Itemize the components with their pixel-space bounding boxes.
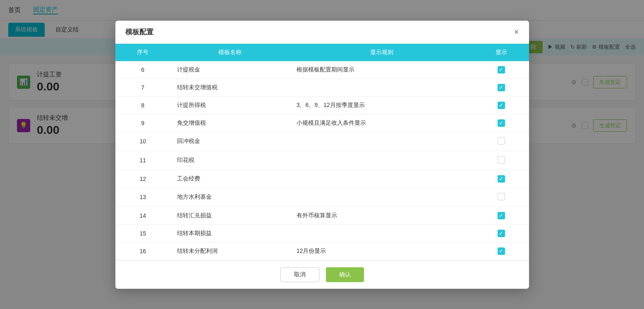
- cell-name: 免交增值税: [170, 114, 290, 132]
- modal-header: 模板配置 ×: [115, 21, 529, 44]
- cell-name: 计提税金: [170, 61, 290, 79]
- checkbox-checked[interactable]: ✓: [498, 119, 505, 127]
- cell-display[interactable]: ✓: [474, 78, 529, 96]
- cell-id: 15: [115, 224, 170, 242]
- cell-id: 11: [115, 151, 170, 170]
- cell-id: 16: [115, 242, 170, 260]
- cancel-button[interactable]: 取消: [280, 267, 319, 282]
- cell-rule: 根据模板配置期间显示: [290, 61, 474, 79]
- table-row: 8计提所得税3、6、9、12月按季度显示✓: [115, 96, 529, 114]
- cell-display[interactable]: ✓: [474, 207, 529, 224]
- checkbox-checked[interactable]: ✓: [498, 230, 505, 237]
- col-header-rule: 显示规则: [290, 44, 474, 61]
- cell-id: 12: [115, 170, 170, 188]
- cell-rule: [290, 224, 474, 242]
- cell-rule: 12月份显示: [290, 242, 474, 260]
- template-config-modal: 模板配置 × 序号 模板名称 显示规则 显示 6计提税金根据模板配置期间显示✓7…: [115, 21, 529, 289]
- cell-display[interactable]: ✓: [474, 61, 529, 79]
- col-header-id: 序号: [115, 44, 170, 61]
- checkbox-checked[interactable]: ✓: [498, 66, 505, 74]
- cell-rule: [290, 78, 474, 96]
- checkbox-checked[interactable]: ✓: [498, 102, 505, 109]
- cell-rule: [290, 188, 474, 207]
- cell-rule: 有外币核算显示: [290, 207, 474, 224]
- table-header-row: 序号 模板名称 显示规则 显示: [115, 44, 529, 61]
- table-row: 12工会经费✓: [115, 170, 529, 188]
- confirm-button[interactable]: 确认: [326, 267, 364, 282]
- cell-display[interactable]: ✓: [474, 242, 529, 260]
- cell-id: 8: [115, 96, 170, 114]
- cell-name: 地方水利基金: [170, 188, 290, 207]
- modal-title: 模板配置: [125, 27, 153, 37]
- cell-display[interactable]: ✓: [474, 170, 529, 188]
- table-row: 16结转未分配利润12月份显示✓: [115, 242, 529, 260]
- cell-id: 14: [115, 207, 170, 224]
- cell-id: 13: [115, 188, 170, 207]
- cell-display[interactable]: ✓: [474, 96, 529, 114]
- checkbox-checked[interactable]: ✓: [498, 212, 505, 219]
- config-table: 序号 模板名称 显示规则 显示 6计提税金根据模板配置期间显示✓7结转未交增值税…: [115, 44, 529, 260]
- col-header-display: 显示: [474, 44, 529, 61]
- cell-rule: [290, 170, 474, 188]
- checkbox-unchecked[interactable]: [498, 193, 505, 200]
- col-header-name: 模板名称: [170, 44, 290, 61]
- cell-id: 6: [115, 61, 170, 79]
- cell-name: 回冲税金: [170, 132, 290, 151]
- modal-body: 序号 模板名称 显示规则 显示 6计提税金根据模板配置期间显示✓7结转未交增值税…: [115, 44, 529, 260]
- cell-rule: [290, 151, 474, 170]
- checkbox-checked[interactable]: ✓: [498, 175, 505, 183]
- cell-display[interactable]: [474, 132, 529, 151]
- cell-id: 7: [115, 78, 170, 96]
- table-row: 15结转本期损益✓: [115, 224, 529, 242]
- modal-footer: 取消 确认: [115, 260, 529, 289]
- cell-rule: 3、6、9、12月按季度显示: [290, 96, 474, 114]
- checkbox-checked[interactable]: ✓: [498, 84, 505, 91]
- cell-name: 结转本期损益: [170, 224, 290, 242]
- checkbox-unchecked[interactable]: [498, 156, 505, 164]
- cell-name: 印花税: [170, 151, 290, 170]
- table-row: 10回冲税金: [115, 132, 529, 151]
- cell-name: 结转未交增值税: [170, 78, 290, 96]
- cell-name: 结转未分配利润: [170, 242, 290, 260]
- cell-display[interactable]: ✓: [474, 224, 529, 242]
- cell-id: 9: [115, 114, 170, 132]
- table-row: 9免交增值税小规模且满足收入条件显示✓: [115, 114, 529, 132]
- table-row: 14结转汇兑损益有外币核算显示✓: [115, 207, 529, 224]
- cell-id: 10: [115, 132, 170, 151]
- modal-close-button[interactable]: ×: [514, 28, 519, 36]
- table-row: 7结转未交增值税✓: [115, 78, 529, 96]
- table-row: 13地方水利基金: [115, 188, 529, 207]
- cell-name: 计提所得税: [170, 96, 290, 114]
- cell-display[interactable]: [474, 188, 529, 207]
- modal-overlay: 模板配置 × 序号 模板名称 显示规则 显示 6计提税金根据模板配置期间显示✓7…: [0, 0, 644, 309]
- checkbox-checked[interactable]: ✓: [498, 247, 505, 255]
- table-row: 6计提税金根据模板配置期间显示✓: [115, 61, 529, 79]
- cell-display[interactable]: [474, 151, 529, 170]
- cell-name: 工会经费: [170, 170, 290, 188]
- cell-rule: [290, 132, 474, 151]
- table-row: 11印花税: [115, 151, 529, 170]
- cell-rule: 小规模且满足收入条件显示: [290, 114, 474, 132]
- cell-display[interactable]: ✓: [474, 114, 529, 132]
- checkbox-unchecked[interactable]: [498, 137, 505, 145]
- cell-name: 结转汇兑损益: [170, 207, 290, 224]
